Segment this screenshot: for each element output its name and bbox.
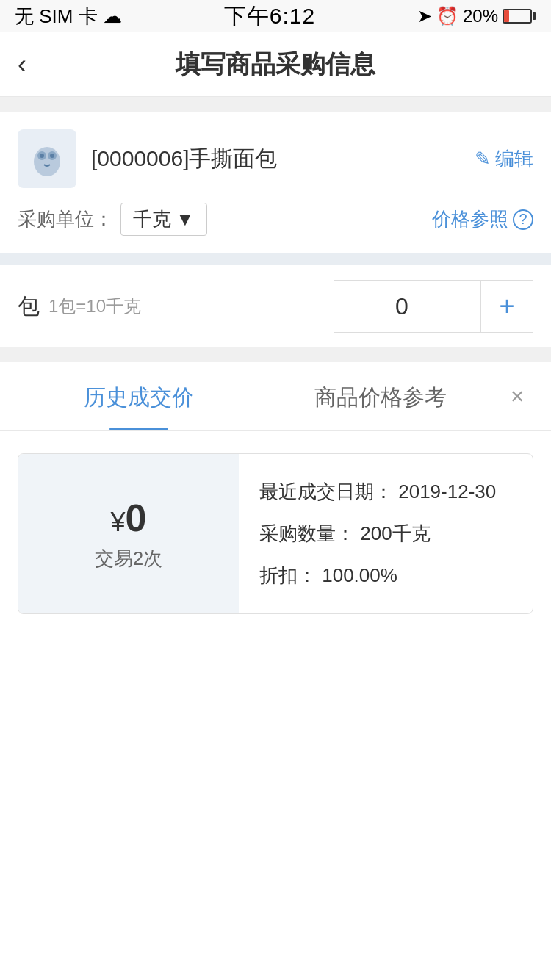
price-number: 0 (126, 497, 147, 539)
product-section: [0000006]手撕面包 ✎ 编辑 采购单位： 千克 ▼ 价格参照 ? (0, 112, 551, 253)
quantity-plus-button[interactable]: + (480, 280, 533, 333)
bottom-area (0, 636, 551, 980)
price-card-right: 最近成交日期： 2019-12-30 采购数量： 200千克 折扣： 100.0… (239, 454, 533, 613)
page-title: 填写商品采购信息 (176, 48, 375, 82)
tab-close-button[interactable]: × (501, 381, 533, 413)
quantity-input[interactable] (334, 280, 480, 333)
edit-icon: ✎ (475, 148, 491, 170)
tab-section: 历史成交价 商品价格参考 × ¥0 交易2次 最近成交日期： 2019-12-3… (0, 362, 551, 636)
status-left: 无 SIM 卡 ☁ (15, 4, 122, 29)
battery-percent: 20% (463, 6, 498, 26)
tab-product-price-ref[interactable]: 商品价格参考 (259, 362, 501, 430)
product-left: [0000006]手撕面包 (18, 129, 277, 188)
status-right: ➤ ⏰ 20% (417, 6, 536, 26)
product-logo (18, 129, 76, 188)
tab-header: 历史成交价 商品价格参考 × (0, 362, 551, 431)
alarm-icon: ⏰ (436, 6, 458, 26)
location-icon: ➤ (417, 6, 432, 26)
price-ref-button[interactable]: 价格参照 ? (432, 206, 533, 232)
tab-history-price[interactable]: 历史成交价 (18, 362, 259, 430)
battery-icon (503, 9, 536, 24)
tab-content: ¥0 交易2次 最近成交日期： 2019-12-30 采购数量： 200千克 折… (0, 431, 551, 636)
unit-value: 千克 (133, 206, 171, 232)
edit-button[interactable]: ✎ 编辑 (475, 146, 533, 172)
svg-point-4 (50, 154, 54, 158)
sim-wifi-label: 无 SIM 卡 ☁ (15, 4, 122, 29)
price-ref-label: 价格参照 (432, 206, 508, 232)
back-button[interactable]: ‹ (18, 49, 26, 80)
product-header: [0000006]手撕面包 ✎ 编辑 (18, 129, 533, 188)
quantity-conversion: 1包=10千克 (48, 295, 141, 318)
recent-date-value: 2019-12-30 (398, 480, 496, 502)
product-code-name: [0000006]手撕面包 (91, 144, 277, 174)
price-card-left: ¥0 交易2次 (18, 454, 239, 613)
product-purchase-row: 采购单位： 千克 ▼ 价格参照 ? (18, 203, 533, 236)
status-bar: 无 SIM 卡 ☁ 下午6:12 ➤ ⏰ 20% (0, 0, 551, 32)
currency-symbol: ¥ (111, 507, 126, 537)
purchase-unit-area: 采购单位： 千克 ▼ (18, 203, 207, 236)
quantity-left: 包 1包=10千克 (18, 292, 141, 322)
dropdown-arrow-icon: ▼ (176, 208, 195, 231)
quantity-section: 包 1包=10千克 + (0, 265, 551, 347)
status-time: 下午6:12 (224, 1, 315, 32)
recent-date-label: 最近成交日期： (259, 480, 393, 502)
discount-label: 折扣： (259, 564, 317, 586)
svg-point-0 (34, 147, 60, 176)
nav-bar: ‹ 填写商品采购信息 (0, 32, 551, 97)
unit-dropdown[interactable]: 千克 ▼ (120, 203, 207, 236)
svg-point-3 (40, 154, 44, 158)
price-display: ¥0 (111, 496, 147, 540)
purchase-qty-label: 采购数量： (259, 522, 355, 544)
purchase-qty-row: 采购数量： 200千克 (259, 519, 512, 548)
discount-value: 100.00% (322, 564, 397, 586)
quantity-input-area: + (334, 280, 533, 333)
edit-label: 编辑 (495, 146, 533, 172)
discount-row: 折扣： 100.00% (259, 561, 512, 590)
quantity-unit-label: 包 (18, 292, 40, 322)
section-divider (0, 253, 551, 265)
purchase-qty-value: 200千克 (360, 522, 430, 544)
price-card: ¥0 交易2次 最近成交日期： 2019-12-30 采购数量： 200千克 折… (18, 453, 533, 614)
trade-count: 交易2次 (95, 546, 162, 572)
purchase-unit-text: 采购单位： (18, 206, 113, 232)
help-icon: ? (513, 209, 533, 230)
recent-date-row: 最近成交日期： 2019-12-30 (259, 478, 512, 506)
